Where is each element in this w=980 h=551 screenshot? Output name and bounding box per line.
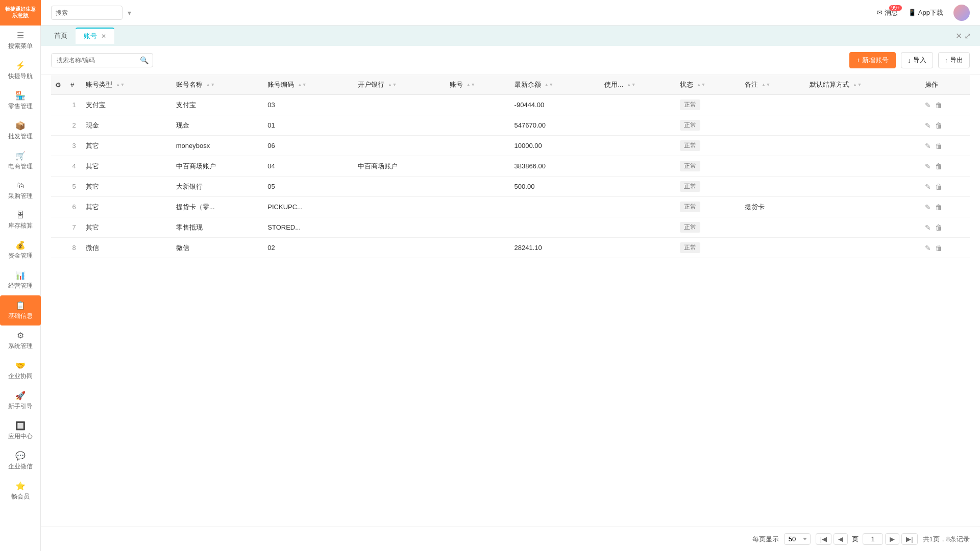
chevron-down-icon[interactable]: ▾: [128, 9, 131, 17]
sidebar-item-label: 系统管理: [8, 342, 33, 350]
sidebar-item-quick-nav[interactable]: ⚡ 快捷导航: [0, 56, 41, 86]
status-badge: 正常: [680, 99, 700, 110]
export-button[interactable]: ↑ 导出: [938, 52, 970, 68]
first-page-button[interactable]: |◀: [816, 533, 831, 545]
edit-icon[interactable]: ✎: [925, 203, 931, 211]
edit-icon[interactable]: ✎: [925, 223, 931, 232]
row-latest-balance-cell: 10000.00: [510, 136, 601, 156]
tab-bar-close-all-icon[interactable]: ✕ ⤢: [951, 31, 975, 41]
status-column-header[interactable]: 状态 ▲▼: [676, 75, 741, 95]
search-input[interactable]: [52, 54, 136, 67]
enterprise-agreement-icon: 🤝: [15, 361, 26, 370]
sidebar-item-label: 批发管理: [8, 132, 33, 141]
latest-balance-column-header[interactable]: 最新余额 ▲▼: [510, 75, 601, 95]
delete-icon[interactable]: 🗑: [935, 244, 942, 252]
sidebar-item-enterprise-wechat[interactable]: 💬 企业微信: [0, 446, 41, 476]
delete-icon[interactable]: 🗑: [935, 203, 942, 211]
delete-icon[interactable]: 🗑: [935, 101, 942, 109]
row-latest-balance-cell: 383866.00: [510, 156, 601, 177]
prev-page-button[interactable]: ◀: [834, 533, 848, 545]
table-row: 1 支付宝 支付宝 03 -90444.00 正常 ✎ 🗑: [51, 95, 970, 115]
delete-icon[interactable]: 🗑: [935, 183, 942, 191]
tab-close-icon[interactable]: ✕: [101, 33, 106, 39]
sidebar-item-starter-guide[interactable]: 🚀 新手引导: [0, 386, 41, 416]
row-bank-cell: [354, 238, 446, 258]
tab-account[interactable]: 账号 ✕: [76, 28, 114, 44]
row-usage-cell: [600, 177, 676, 197]
num-column-header: #: [66, 75, 82, 95]
sidebar-item-finance[interactable]: 💰 资金管理: [0, 235, 41, 265]
row-status-cell: 正常: [676, 115, 741, 136]
sidebar-item-label: 应用中心: [8, 432, 33, 441]
row-account-code-cell: PICKUPC...: [263, 197, 354, 217]
status-badge: 正常: [680, 181, 700, 192]
settings-column-header[interactable]: ⚙: [51, 75, 66, 95]
sidebar-item-ecommerce[interactable]: 🛒 电商管理: [0, 146, 41, 176]
notes-column-header[interactable]: 备注 ▲▼: [741, 75, 805, 95]
row-account-type-cell: 其它: [82, 136, 172, 156]
sidebar-item-retail[interactable]: 🏪 零售管理: [0, 86, 41, 116]
sidebar-item-enterprise-agreement[interactable]: 🤝 企业协同: [0, 356, 41, 386]
app-center-icon: 🔲: [15, 421, 26, 431]
account-type-column-header[interactable]: 账号类型 ▲▼: [82, 75, 172, 95]
usage-column-header[interactable]: 使用... ▲▼: [600, 75, 676, 95]
tab-home[interactable]: 首页: [46, 28, 76, 44]
sort-icon: ▲▼: [544, 83, 553, 87]
sidebar-item-inventory[interactable]: 🗄 库存核算: [0, 206, 41, 235]
row-notes-cell: [741, 95, 805, 115]
row-account-type-cell: 支付宝: [82, 95, 172, 115]
top-search-input[interactable]: [51, 6, 122, 20]
message-button[interactable]: ✉ 消息 99+: [877, 8, 898, 17]
last-page-button[interactable]: ▶|: [901, 533, 917, 545]
row-status-cell: 正常: [676, 156, 741, 177]
page-input[interactable]: [863, 533, 883, 545]
edit-icon[interactable]: ✎: [925, 244, 931, 252]
delete-icon[interactable]: 🗑: [935, 121, 942, 130]
edit-icon[interactable]: ✎: [925, 162, 931, 170]
table-row: 2 现金 现金 01 547670.00 正常 ✎ 🗑: [51, 115, 970, 136]
sidebar-item-vip[interactable]: ⭐ 畅会员: [0, 476, 41, 506]
bank-column-header[interactable]: 开户银行 ▲▼: [354, 75, 446, 95]
action-icons: ✎ 🗑: [925, 162, 966, 170]
status-badge: 正常: [680, 222, 700, 233]
edit-icon[interactable]: ✎: [925, 183, 931, 191]
app-download-button[interactable]: 📱 App下载: [908, 8, 943, 17]
app-logo: 畅捷通好生意 乐意版: [0, 0, 41, 26]
sidebar-item-basic-info[interactable]: 📋 基础信息: [0, 295, 41, 325]
delete-icon[interactable]: 🗑: [935, 223, 942, 232]
account-code-column-header[interactable]: 账号编码 ▲▼: [263, 75, 354, 95]
sidebar-item-purchase[interactable]: 🛍 采购管理: [0, 176, 41, 206]
delete-icon[interactable]: 🗑: [935, 162, 942, 170]
row-account-code-cell: 05: [263, 177, 354, 197]
row-account-type-cell: 其它: [82, 197, 172, 217]
delete-icon[interactable]: 🗑: [935, 142, 942, 150]
user-avatar[interactable]: [953, 5, 970, 21]
account-no-column-header[interactable]: 账号 ▲▼: [446, 75, 510, 95]
account-name-column-header[interactable]: 账号名称 ▲▼: [172, 75, 264, 95]
row-bank-cell: [354, 115, 446, 136]
edit-icon[interactable]: ✎: [925, 142, 931, 150]
sidebar-item-search-menu[interactable]: ☰ 搜索菜单: [0, 26, 41, 56]
row-status-cell: 正常: [676, 136, 741, 156]
row-account-type-cell: 其它: [82, 217, 172, 238]
row-account-code-cell: STORED...: [263, 217, 354, 238]
next-page-button[interactable]: ▶: [885, 533, 899, 545]
sidebar-item-system[interactable]: ⚙ 系统管理: [0, 325, 41, 356]
inventory-icon: 🗄: [16, 211, 24, 220]
row-notes-cell: 提货卡: [741, 197, 805, 217]
sidebar-item-operations[interactable]: 📊 经营管理: [0, 265, 41, 295]
sidebar-item-app-center[interactable]: 🔲 应用中心: [0, 416, 41, 446]
per-page-select[interactable]: 50 10 20 100: [784, 533, 811, 545]
main-area: ▾ ✉ 消息 99+ 📱 App下载 首页 账号 ✕ ✕ ⤢: [41, 0, 980, 551]
add-account-button[interactable]: + 新增账号: [849, 52, 896, 68]
row-notes-cell: [741, 115, 805, 136]
edit-icon[interactable]: ✎: [925, 121, 931, 130]
default-settlement-column-header[interactable]: 默认结算方式 ▲▼: [805, 75, 921, 95]
content-area: 🔍 + 新增账号 ↓ 导入 ↑ 导出: [41, 46, 980, 551]
sidebar-item-wholesale[interactable]: 📦 批发管理: [0, 116, 41, 146]
import-button[interactable]: ↓ 导入: [901, 52, 933, 68]
search-button[interactable]: 🔍: [136, 56, 153, 64]
status-badge: 正常: [680, 120, 700, 131]
sidebar-item-label: 库存核算: [8, 221, 33, 230]
edit-icon[interactable]: ✎: [925, 101, 931, 109]
